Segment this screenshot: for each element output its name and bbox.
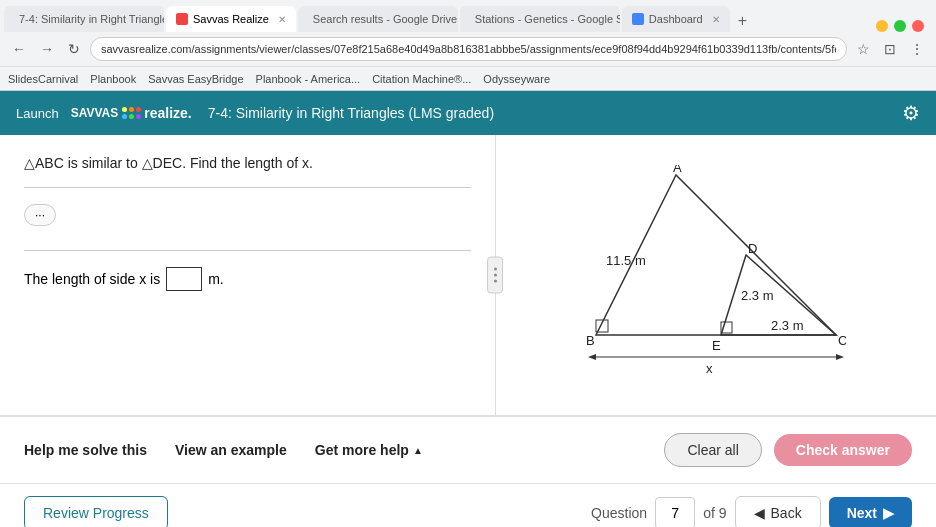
label-11-5m: 11.5 m bbox=[606, 253, 646, 268]
chevron-up-icon: ▲ bbox=[413, 445, 423, 456]
left-panel: △ABC is similar to △DEC. Find the length… bbox=[0, 135, 496, 415]
triangle-diagram: A B C D E 11.5 m 2.3 m 2.3 m x bbox=[586, 165, 846, 385]
back-arrow-icon: ◀ bbox=[754, 505, 765, 521]
triangle-svg: A B C D E 11.5 m 2.3 m 2.3 m x bbox=[586, 165, 846, 385]
pagination: Question 7 of 9 ◀ Back Next ▶ bbox=[591, 496, 912, 528]
bookmark-btn[interactable]: ☆ bbox=[853, 39, 874, 59]
label-x: x bbox=[706, 361, 713, 376]
app-header: Launch SAVVAS realize. 7-4: Similarity i… bbox=[0, 91, 936, 135]
savvas-logo: SAVVAS realize. bbox=[71, 105, 192, 121]
panel-drag-handle[interactable] bbox=[487, 257, 503, 294]
tab-3[interactable]: Search results - Google Drive ✕ bbox=[298, 6, 458, 32]
close-btn[interactable] bbox=[912, 20, 924, 32]
tab-2[interactable]: Savvas Realize ✕ bbox=[166, 6, 296, 32]
divider-2 bbox=[24, 250, 471, 251]
browser-chrome: 7-4: Similarity in Right Triangles ✕ Sav… bbox=[0, 0, 936, 91]
review-progress-button[interactable]: Review Progress bbox=[24, 496, 168, 528]
svg-marker-5 bbox=[588, 354, 596, 360]
dot-4 bbox=[122, 114, 127, 119]
svg-marker-6 bbox=[836, 354, 844, 360]
dot-3 bbox=[136, 107, 141, 112]
get-more-help-btn[interactable]: Get more help ▲ bbox=[315, 442, 423, 458]
check-answer-button[interactable]: Check answer bbox=[774, 434, 912, 466]
label-B: B bbox=[586, 333, 595, 348]
dot-6 bbox=[136, 114, 141, 119]
footer: Review Progress Question 7 of 9 ◀ Back N… bbox=[0, 483, 936, 527]
label-2-3m-ec: 2.3 m bbox=[771, 318, 804, 333]
tab-close-5[interactable]: ✕ bbox=[712, 14, 720, 25]
maximize-btn[interactable] bbox=[894, 20, 906, 32]
bookmark-slidescarnival[interactable]: SlidesCarnival bbox=[8, 73, 78, 85]
logo-dots bbox=[122, 107, 140, 119]
menu-btn[interactable]: ⋮ bbox=[906, 39, 928, 59]
action-buttons: Clear all Check answer bbox=[664, 433, 912, 467]
answer-unit: m. bbox=[208, 271, 224, 287]
extensions-btn[interactable]: ⊡ bbox=[880, 39, 900, 59]
label-C: C bbox=[838, 333, 846, 348]
minimize-btn[interactable] bbox=[876, 20, 888, 32]
question-label: Question bbox=[591, 505, 647, 521]
back-label: Back bbox=[771, 505, 802, 521]
tab-5[interactable]: Dashboard ✕ bbox=[622, 6, 730, 32]
back-nav-btn[interactable]: ← bbox=[8, 39, 30, 59]
new-tab-button[interactable]: + bbox=[732, 10, 753, 32]
address-input[interactable]: savvasrealize.com/assignments/viewer/cla… bbox=[90, 37, 847, 61]
settings-button[interactable]: ⚙ bbox=[902, 101, 920, 125]
logo-realize: realize. bbox=[144, 105, 191, 121]
tab-2-label: Savvas Realize bbox=[193, 13, 269, 25]
next-label: Next bbox=[847, 505, 877, 521]
label-E: E bbox=[712, 338, 721, 353]
clear-all-button[interactable]: Clear all bbox=[664, 433, 761, 467]
help-me-solve-link[interactable]: Help me solve this bbox=[24, 442, 147, 458]
bookmark-citation[interactable]: Citation Machine®... bbox=[372, 73, 471, 85]
next-button[interactable]: Next ▶ bbox=[829, 497, 912, 528]
dot-2 bbox=[129, 107, 134, 112]
answer-row: The length of side x is m. bbox=[24, 267, 471, 291]
address-bar-row: ← → ↻ savvasrealize.com/assignments/view… bbox=[0, 32, 936, 66]
bookmark-planbook[interactable]: Planbook bbox=[90, 73, 136, 85]
ellipsis-label: ··· bbox=[35, 208, 45, 222]
reload-btn[interactable]: ↻ bbox=[64, 39, 84, 59]
label-D: D bbox=[748, 241, 757, 256]
back-button[interactable]: ◀ Back bbox=[735, 496, 821, 528]
drag-dot-3 bbox=[494, 280, 497, 283]
label-A: A bbox=[673, 165, 682, 175]
right-panel: A B C D E 11.5 m 2.3 m 2.3 m x bbox=[496, 135, 936, 415]
tab-2-favicon bbox=[176, 13, 188, 25]
tab-5-label: Dashboard bbox=[649, 13, 703, 25]
window-controls bbox=[876, 20, 932, 32]
label-2-3m-de: 2.3 m bbox=[741, 288, 774, 303]
savvas-text: SAVVAS bbox=[71, 106, 119, 120]
answer-input[interactable] bbox=[166, 267, 202, 291]
drag-dot-2 bbox=[494, 274, 497, 277]
bookmark-odysseyware[interactable]: Odysseyware bbox=[483, 73, 550, 85]
next-arrow-icon: ▶ bbox=[883, 505, 894, 521]
divider bbox=[24, 187, 471, 188]
settings-icon: ⚙ bbox=[902, 102, 920, 124]
dot-1 bbox=[122, 107, 127, 112]
forward-nav-btn[interactable]: → bbox=[36, 39, 58, 59]
bookmarks-bar: SlidesCarnival Planbook Savvas EasyBridg… bbox=[0, 66, 936, 90]
page-title: 7-4: Similarity in Right Triangles (LMS … bbox=[208, 105, 494, 121]
main-content: △ABC is similar to △DEC. Find the length… bbox=[0, 135, 936, 415]
tab-1[interactable]: 7-4: Similarity in Right Triangles ✕ bbox=[4, 6, 164, 32]
tab-5-favicon bbox=[632, 13, 644, 25]
answer-prefix: The length of side x is bbox=[24, 271, 160, 287]
tab-4[interactable]: Stations - Genetics - Google Slic... ✕ bbox=[460, 6, 620, 32]
question-number-input[interactable]: 7 bbox=[655, 497, 695, 528]
tab-close-2[interactable]: ✕ bbox=[278, 14, 286, 25]
of-label: of 9 bbox=[703, 505, 726, 521]
view-example-link[interactable]: View an example bbox=[175, 442, 287, 458]
bookmark-easybridge[interactable]: Savvas EasyBridge bbox=[148, 73, 243, 85]
tab-1-label: 7-4: Similarity in Right Triangles bbox=[19, 13, 164, 25]
bookmark-planbook-america[interactable]: Planbook - America... bbox=[256, 73, 361, 85]
drag-dot-1 bbox=[494, 268, 497, 271]
tab-3-label: Search results - Google Drive bbox=[313, 13, 457, 25]
launch-label: Launch bbox=[16, 106, 59, 121]
bottom-toolbar: Help me solve this View an example Get m… bbox=[0, 415, 936, 483]
get-more-help-label: Get more help bbox=[315, 442, 409, 458]
question-text: △ABC is similar to △DEC. Find the length… bbox=[24, 155, 471, 171]
ellipsis-button[interactable]: ··· bbox=[24, 204, 56, 226]
dot-5 bbox=[129, 114, 134, 119]
tab-bar: 7-4: Similarity in Right Triangles ✕ Sav… bbox=[0, 0, 936, 32]
